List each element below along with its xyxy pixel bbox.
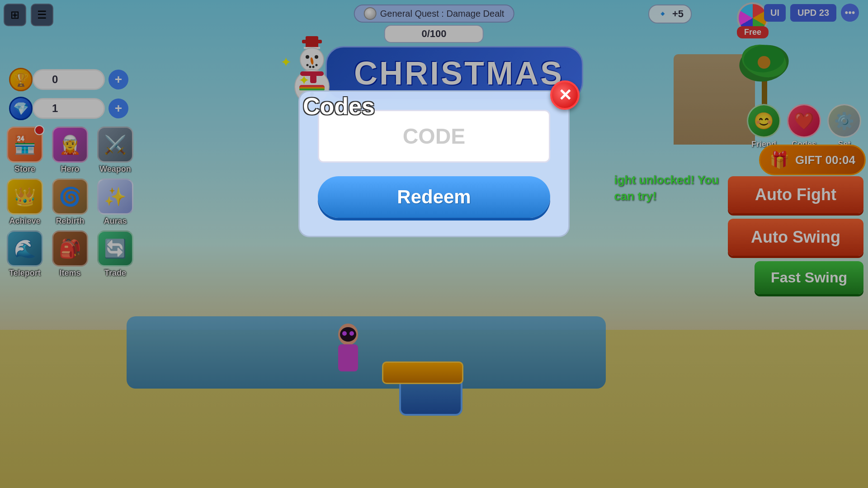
- redeem-button[interactable]: Redeem: [318, 176, 550, 218]
- codes-dialog-title: Codes: [303, 93, 375, 120]
- dialog-overlay[interactable]: [0, 0, 868, 488]
- close-dialog-button[interactable]: ✕: [550, 80, 580, 110]
- close-icon: ✕: [558, 86, 572, 105]
